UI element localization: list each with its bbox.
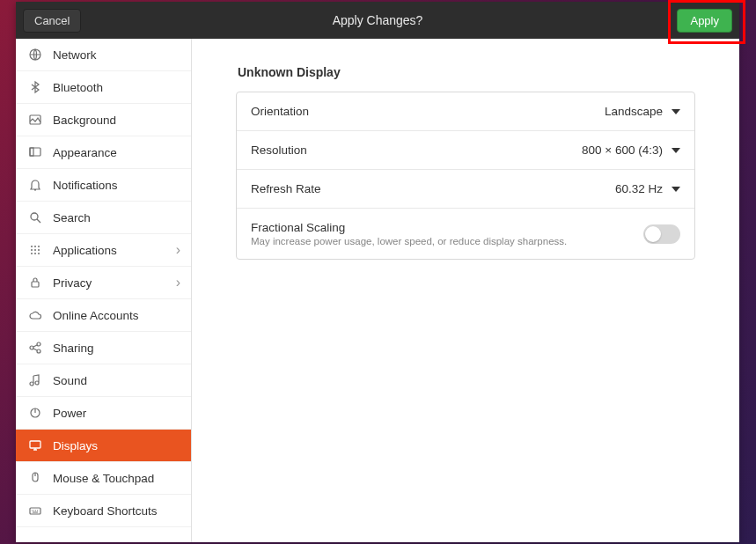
svg-point-11 [31,253,33,254]
orientation-row: Orientation Landscape [237,92,694,131]
scaling-switch[interactable] [643,224,680,244]
displays-icon [28,438,42,452]
refresh-row: Refresh Rate 60.32 Hz [237,170,694,209]
sidebar-item-network[interactable]: Network [16,39,191,71]
refresh-value: 60.32 Hz [615,182,663,195]
scaling-row: Fractional Scaling May increase power us… [237,209,694,259]
lock-icon [28,276,42,290]
svg-point-10 [38,249,40,251]
sidebar-item-label: Bluetooth [53,81,103,94]
svg-point-7 [38,246,40,247]
globe-icon [28,48,42,62]
svg-rect-19 [30,441,40,448]
refresh-label: Refresh Rate [251,182,321,195]
content-area: Unknown Display Orientation Landscape Re… [192,39,739,542]
mouse-icon [28,471,42,485]
apply-button[interactable]: Apply [677,9,732,33]
resolution-value: 800 × 600 (4:3) [582,143,663,157]
cancel-button[interactable]: Cancel [23,9,81,33]
sidebar-item-mouse[interactable]: Mouse & Touchpad [16,462,191,495]
caret-down-icon [672,187,680,192]
svg-point-5 [31,246,33,247]
sidebar-item-search[interactable]: Search [16,202,191,234]
body: Network Bluetooth Background Appearance [16,39,739,542]
titlebar: Cancel Apply Changes? Apply [16,2,739,39]
sidebar-item-label: Network [53,48,97,62]
sidebar-item-sound[interactable]: Sound [16,364,191,397]
appearance-icon [28,145,42,159]
caret-down-icon [672,109,680,114]
sidebar-item-keyboard[interactable]: Keyboard Shortcuts [16,495,191,527]
sidebar-item-notifications[interactable]: Notifications [16,169,191,202]
search-icon [28,210,42,224]
sidebar-item-sharing[interactable]: Sharing [16,332,191,364]
settings-window: Cancel Apply Changes? Apply Network Blue… [16,2,739,542]
sidebar-item-label: Mouse & Touchpad [53,472,154,485]
svg-rect-2 [30,148,40,156]
svg-point-12 [34,253,36,254]
svg-point-17 [37,349,40,353]
display-settings-panel: Orientation Landscape Resolution 800 × 6… [236,92,695,260]
svg-point-8 [31,249,33,251]
sidebar-item-label: Online Accounts [53,309,139,322]
chevron-right-icon: › [176,275,180,290]
scaling-sublabel: May increase power usage, lower speed, o… [251,236,567,246]
sidebar-item-label: Privacy [53,276,92,290]
sidebar-item-online-accounts[interactable]: Online Accounts [16,299,191,332]
background-icon [28,113,42,127]
svg-point-13 [38,253,40,254]
sidebar-item-label: Displays [53,439,98,452]
svg-point-4 [31,213,38,220]
section-title: Unknown Display [238,65,695,79]
refresh-dropdown[interactable]: 60.32 Hz [615,182,680,195]
sidebar-item-label: Power [53,407,86,420]
sidebar-item-appearance[interactable]: Appearance [16,136,191,169]
orientation-label: Orientation [251,105,309,118]
resolution-dropdown[interactable]: 800 × 600 (4:3) [582,143,680,157]
sidebar-item-label: Applications [53,244,117,257]
scaling-label: Fractional Scaling [251,221,567,234]
svg-rect-14 [32,282,39,287]
svg-point-9 [34,249,36,251]
svg-rect-3 [30,148,33,156]
sidebar-item-privacy[interactable]: Privacy › [16,267,191,299]
bell-icon [28,178,42,192]
resolution-row: Resolution 800 × 600 (4:3) [237,131,694,170]
svg-point-15 [30,346,33,349]
resolution-label: Resolution [251,143,307,157]
orientation-dropdown[interactable]: Landscape [605,105,680,118]
sidebar-item-label: Notifications [53,179,118,192]
sidebar-item-label: Sharing [53,342,94,355]
chevron-right-icon: › [176,242,180,258]
sidebar-item-background[interactable]: Background [16,104,191,136]
sidebar: Network Bluetooth Background Appearance [16,39,192,542]
power-icon [28,406,42,420]
orientation-value: Landscape [605,105,663,118]
sidebar-item-label: Sound [53,374,87,387]
sidebar-item-label: Background [53,114,116,127]
cloud-icon [28,308,42,322]
sidebar-item-displays[interactable]: Displays [16,430,191,462]
sidebar-item-bluetooth[interactable]: Bluetooth [16,71,191,104]
sidebar-item-applications[interactable]: Applications › [16,234,191,267]
keyboard-icon [28,504,42,518]
sharing-icon [28,341,42,355]
sidebar-item-power[interactable]: Power [16,397,191,430]
bluetooth-icon [28,80,42,94]
svg-point-6 [34,246,36,247]
sound-icon [28,373,42,387]
svg-point-16 [37,342,40,346]
sidebar-item-label: Keyboard Shortcuts [53,504,158,518]
sidebar-item-label: Search [53,211,91,224]
caret-down-icon [672,148,680,153]
window-title: Apply Changes? [333,13,423,27]
apps-icon [28,243,42,257]
sidebar-item-label: Appearance [53,146,117,159]
